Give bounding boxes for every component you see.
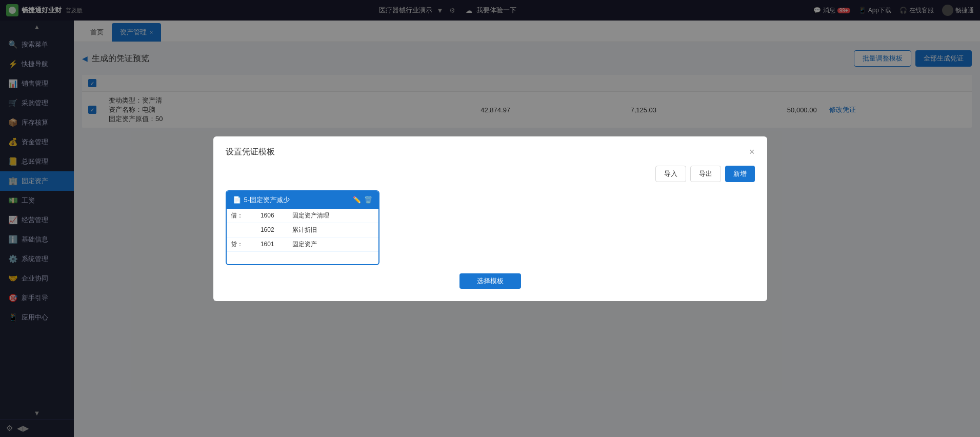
template-entry-row: 1602 累计折旧 — [227, 223, 378, 237]
entry-name-1: 累计折旧 — [288, 223, 354, 237]
template-title: 5-固定资产减少 — [244, 195, 290, 205]
entry-debit-1 — [354, 223, 366, 237]
import-btn[interactable]: 导入 — [655, 166, 686, 182]
template-file-icon: 📄 — [233, 196, 241, 204]
dialog-close-btn[interactable]: × — [749, 147, 755, 157]
entry-code-0: 1606 — [256, 209, 288, 223]
entry-debit-0 — [354, 209, 366, 223]
entry-code-1: 1602 — [256, 223, 288, 237]
entry-debit-2 — [354, 237, 366, 251]
template-card-header-actions: ✏️ 🗑️ — [353, 196, 372, 204]
select-btn-area: 选择模板 — [226, 273, 755, 289]
template-card: 📄 5-固定资产减少 ✏️ 🗑️ 借： 1606 — [226, 190, 379, 265]
template-entry-row: 借： 1606 固定资产清理 — [227, 209, 378, 223]
new-btn[interactable]: 新增 — [725, 166, 755, 182]
entry-credit-0 — [366, 209, 378, 223]
template-card-header: 📄 5-固定资产减少 ✏️ 🗑️ — [227, 191, 378, 209]
dialog-body: 📄 5-固定资产减少 ✏️ 🗑️ 借： 1606 — [213, 190, 767, 301]
template-edit-icon[interactable]: ✏️ — [353, 196, 361, 204]
entry-code-2: 1601 — [256, 237, 288, 251]
export-btn[interactable]: 导出 — [690, 166, 721, 182]
template-entries-table: 借： 1606 固定资产清理 1602 累计折旧 — [227, 209, 378, 264]
entry-credit-1 — [366, 223, 378, 237]
dialog: 设置凭证模板 × 导入 导出 新增 📄 5-固定资产减少 ✏️ 🗑️ — [213, 136, 767, 301]
entry-name-0: 固定资产清理 — [288, 209, 354, 223]
entry-direction-1 — [227, 223, 256, 237]
template-empty-row — [227, 251, 378, 264]
template-card-body: 借： 1606 固定资产清理 1602 累计折旧 — [227, 209, 378, 264]
dialog-overlay: 设置凭证模板 × 导入 导出 新增 📄 5-固定资产减少 ✏️ 🗑️ — [0, 0, 980, 437]
dialog-toolbar: 导入 导出 新增 — [213, 157, 767, 190]
template-delete-icon[interactable]: 🗑️ — [364, 196, 372, 204]
template-entry-row: 贷： 1601 固定资产 — [227, 237, 378, 251]
dialog-header: 设置凭证模板 × — [213, 136, 767, 157]
entry-direction-0: 借： — [227, 209, 256, 223]
dialog-title: 设置凭证模板 — [226, 147, 275, 157]
entry-direction-2: 贷： — [227, 237, 256, 251]
template-card-header-left: 📄 5-固定资产减少 — [233, 195, 290, 205]
entry-name-2: 固定资产 — [288, 237, 354, 251]
entry-credit-2 — [366, 237, 378, 251]
select-template-btn[interactable]: 选择模板 — [459, 273, 521, 289]
